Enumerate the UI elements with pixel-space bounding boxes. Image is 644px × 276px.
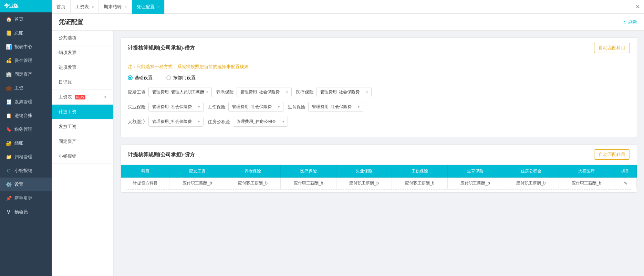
section-debit-body: 注：只能选择一种方式，系统将按照您当前的选择来配置规则 基础设置 按部门设置 <box>121 58 637 137</box>
nav-calc-payroll[interactable]: 计提工资 <box>52 105 113 119</box>
cell-action[interactable]: ✎ <box>614 178 637 189</box>
label-pension: 养老保险 <box>216 89 234 95</box>
section-debit-title: 计提核算规则(公司承担)-借方 <box>128 45 195 51</box>
sidebar-item-label: 结账 <box>14 140 23 146</box>
topbar: 首页 工资表 × 期末结转 × 凭证配置 × ✕ <box>52 0 644 14</box>
sidebar-item-closing[interactable]: 🔐 结账 <box>0 136 52 150</box>
select-medical-value: 管理费用_社会保险费 <box>320 89 360 95</box>
sidebar-item-tax[interactable]: 🔖 税务管理 <box>0 123 52 136</box>
sidebar-item-purchases[interactable]: 📋 进销台账 <box>0 109 52 123</box>
payroll-icon: 💼 <box>6 85 12 91</box>
select-maternity[interactable]: 管理费用_社会保险费 ▾ <box>308 102 363 112</box>
select-housing-value: 管理费用_住房公积金 <box>237 119 276 125</box>
nav-public-options[interactable]: 公共选项 <box>52 31 113 45</box>
sidebar-item-invoices[interactable]: 🧾 发票管理 <box>0 95 52 109</box>
cell-subject: 计提贷方科目 <box>121 178 169 189</box>
col-salary: 应发工资 <box>169 165 225 178</box>
radio-dept-circle <box>166 75 171 80</box>
tab-home[interactable]: 首页 <box>52 0 71 14</box>
tab-voucher-config[interactable]: 凭证配置 × <box>132 0 165 14</box>
sidebar-item-archive[interactable]: 📁 归档管理 <box>0 150 52 164</box>
sidebar-item-member[interactable]: V 畅会员 <box>0 205 52 219</box>
radio-dept-label: 按部门设置 <box>173 75 196 81</box>
note-text: 注：只能选择一种方式，系统将按照您当前的选择来配置规则 <box>128 64 630 70</box>
new-badge: NEW <box>75 95 85 99</box>
nav-expense-label: 小畅报销 <box>59 153 76 159</box>
tab-voucher-close[interactable]: × <box>157 5 159 9</box>
label-bigmedical: 大额医疗 <box>128 119 146 125</box>
nav-cancel-label: 销项发票 <box>59 50 76 56</box>
nav-payroll-table[interactable]: 工资表 NEW ▾ <box>52 90 113 105</box>
chevron-down-icon: ▾ <box>278 105 280 109</box>
sidebar-item-guide[interactable]: 📌 新手引导 <box>0 191 52 205</box>
closing-icon: 🔐 <box>6 140 12 146</box>
sidebar-item-label: 设置 <box>14 181 23 188</box>
purchases-icon: 📋 <box>6 113 12 118</box>
field-row-1: 应发工资 管理费用_管理人员职工薪酬 ▾ 养老保险 管理费用_社会保险费 ▾ <box>128 87 630 97</box>
table-row: 计提贷方科目 应付职工薪酬_b 应付职工薪酬_b 应付职工薪酬_b 应付职工薪酬… <box>121 178 637 189</box>
edit-row-icon[interactable]: ✎ <box>624 181 627 186</box>
nav-issue-payroll[interactable]: 发放工资 <box>52 119 113 134</box>
label-maternity: 生育保险 <box>288 104 305 110</box>
nav-journal[interactable]: 日记账 <box>52 75 113 90</box>
auto-match-debit-button[interactable]: 自动匹配科目 <box>594 43 630 53</box>
tab-period-closing[interactable]: 期末结转 × <box>99 0 132 14</box>
funds-icon: 💰 <box>6 58 12 63</box>
sidebar-item-home[interactable]: 🏠 首页 <box>0 12 52 26</box>
col-pension: 养老保险 <box>225 165 280 178</box>
chevron-down-icon: ▾ <box>198 120 200 124</box>
radio-by-dept[interactable]: 按部门设置 <box>166 75 196 81</box>
label-salary: 应发工资 <box>128 89 146 95</box>
sidebar-item-funds[interactable]: 💰 资金管理 <box>0 54 52 67</box>
sidebar-item-expense[interactable]: C 小畅报销 <box>0 164 52 178</box>
nav-input-label: 进项发票 <box>59 64 76 71</box>
settings-icon: ⚙️ <box>6 182 12 187</box>
nav-payroll-label: 工资表 <box>59 94 72 100</box>
col-injury: 工伤保险 <box>392 165 447 178</box>
nav-cancel-invoice[interactable]: 销项发票 <box>52 45 113 60</box>
select-injury[interactable]: 管理费用_社会保险费 ▾ <box>228 102 283 112</box>
select-housing[interactable]: 管理费用_住房公积金 ▾ <box>233 117 288 127</box>
sidebar-item-label: 畅会员 <box>14 209 28 215</box>
sidebar-item-payroll[interactable]: 💼 工资 <box>0 81 52 95</box>
tab-payroll-table[interactable]: 工资表 × <box>71 0 99 14</box>
select-unemployment-value: 管理费用_社会保险费 <box>152 104 192 110</box>
sidebar-item-label: 进销台账 <box>14 113 32 119</box>
chevron-down-icon: ▾ <box>358 105 360 109</box>
refresh-button[interactable]: ↻ 刷新 <box>623 19 637 25</box>
section-credit-body: 科目 应发工资 养老保险 医疗保险 失业保险 工伤保险 生育保险 住房公积金 大… <box>121 165 637 190</box>
nav-expense[interactable]: 小畅报销 <box>52 149 113 164</box>
radio-basic[interactable]: 基础设置 <box>128 75 153 81</box>
select-medical[interactable]: 管理费用_社会保险费 ▾ <box>316 87 372 97</box>
field-item-pension: 养老保险 管理费用_社会保险费 ▾ <box>216 87 292 97</box>
col-housing: 住房公积金 <box>503 165 559 178</box>
sidebar-item-assets[interactable]: 🏢 固定资产 <box>0 67 52 81</box>
credit-table: 科目 应发工资 养老保险 医疗保险 失业保险 工伤保险 生育保险 住房公积金 大… <box>121 165 637 189</box>
sidebar-item-reports[interactable]: 📊 报表中心 <box>0 40 52 54</box>
cell-injury: 应付职工薪酬_b <box>392 178 447 189</box>
close-panel-button[interactable]: ✕ <box>631 3 644 10</box>
sidebar: 专业版 🏠 首页 📒 总账 📊 报表中心 💰 资金管理 🏢 固定资产 💼 工资 … <box>0 0 52 276</box>
tab-period-close[interactable]: × <box>124 5 126 9</box>
field-item-housing: 住房公积金 管理费用_住房公积金 ▾ <box>208 117 288 127</box>
tab-payroll-close[interactable]: × <box>92 5 94 9</box>
nav-input-invoice[interactable]: 进项发票 <box>52 60 113 75</box>
select-unemployment[interactable]: 管理费用_社会保险费 ▾ <box>148 102 204 112</box>
auto-match-credit-button[interactable]: 自动匹配科目 <box>594 149 630 160</box>
tax-icon: 🔖 <box>6 127 12 132</box>
section-credit: 计提核算规则(公司承担)-贷方 自动匹配科目 科目 应发工资 养老保险 医疗保险… <box>121 144 637 193</box>
select-bigmedical-value: 管理费用_社会保险费 <box>152 119 192 125</box>
select-bigmedical[interactable]: 管理费用_社会保险费 ▾ <box>148 117 204 127</box>
chevron-down-icon: ▾ <box>282 120 284 124</box>
select-salary[interactable]: 管理费用_管理人员职工薪酬 ▾ <box>148 87 212 97</box>
sidebar-item-settings[interactable]: ⚙️ 设置 <box>0 178 52 191</box>
left-nav: 公共选项 销项发票 进项发票 日记账 工资表 NEW ▾ 计提工资 发放工资 <box>52 31 114 276</box>
radio-basic-label: 基础设置 <box>135 75 153 81</box>
nav-fixed-assets[interactable]: 固定资产 <box>52 134 113 149</box>
col-medical: 医疗保险 <box>281 165 336 178</box>
nav-issue-label: 发放工资 <box>59 124 76 130</box>
member-icon: V <box>6 209 12 215</box>
sidebar-item-ledger[interactable]: 📒 总账 <box>0 26 52 40</box>
sidebar-item-label: 小畅报销 <box>14 168 32 174</box>
select-pension[interactable]: 管理费用_社会保险费 ▾ <box>237 87 292 97</box>
